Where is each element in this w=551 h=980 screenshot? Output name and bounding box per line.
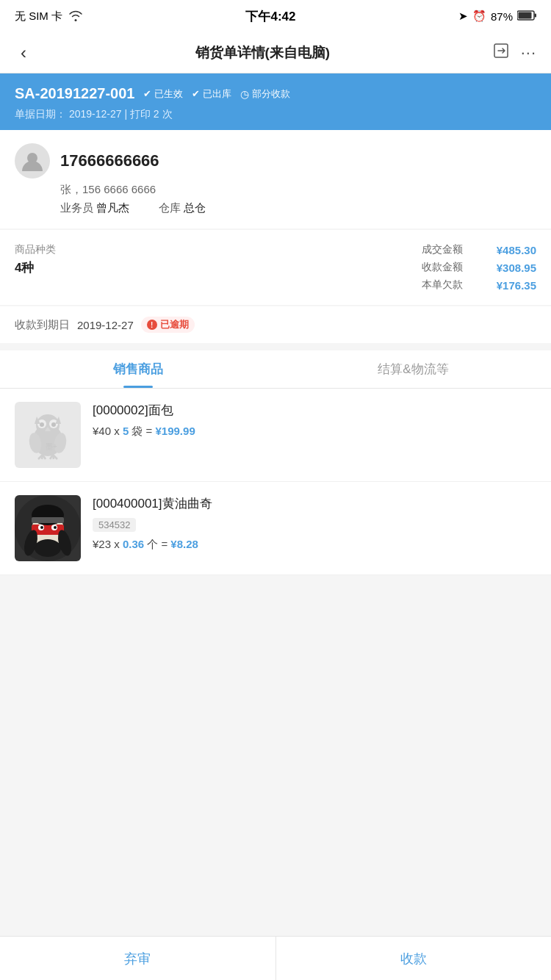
order-date-info: 单据日期： 2019-12-27 | 打印 2 次 bbox=[15, 108, 536, 121]
equals-1: = bbox=[146, 425, 156, 437]
svg-point-28 bbox=[40, 526, 43, 529]
due-label: 收款到期日 bbox=[15, 318, 70, 332]
type-label: 商品种类 bbox=[15, 243, 56, 256]
warehouse-label: 仓库 bbox=[159, 201, 181, 214]
salesperson-value: 曾凡杰 bbox=[96, 201, 129, 214]
wifi-icon bbox=[68, 10, 83, 24]
nav-actions: ··· bbox=[493, 43, 536, 62]
qty-2: 0.36 bbox=[123, 538, 144, 550]
salesperson-info: 业务员 曾凡杰 bbox=[60, 201, 129, 215]
svg-point-9 bbox=[40, 422, 44, 427]
bottom-actions: 弃审 收款 bbox=[0, 936, 551, 980]
due-date: 2019-12-27 bbox=[77, 319, 134, 331]
more-icon[interactable]: ··· bbox=[521, 43, 536, 62]
svg-point-29 bbox=[54, 526, 57, 529]
unit-1: 袋 bbox=[132, 425, 143, 437]
svg-point-10 bbox=[51, 422, 56, 427]
date-label: 单据日期： bbox=[15, 108, 66, 120]
amount-label: 成交金额 bbox=[422, 243, 463, 256]
sim-status: 无 SIM 卡 bbox=[15, 10, 62, 24]
product-info-2: [000400001]黄油曲奇 534532 ¥23 x 0.36 个 = ¥8… bbox=[93, 495, 536, 552]
product-info-1: [0000002]面包 ¥40 x 5 袋 = ¥199.99 bbox=[93, 402, 536, 439]
tabs-section: 销售商品 结算&物流等 bbox=[0, 350, 551, 389]
order-banner: SA-20191227-001 已生效 已出库 部分收款 单据日期： 2019-… bbox=[0, 73, 551, 130]
qty-1: 5 bbox=[123, 425, 129, 437]
price-unit-2: ¥23 bbox=[93, 538, 111, 550]
debt-label: 本单欠款 bbox=[422, 278, 463, 292]
customer-name-phone: 张，156 6666 6666 bbox=[60, 183, 536, 197]
debt-row: 本单欠款 ¥176.35 bbox=[422, 278, 536, 292]
total-1: ¥199.99 bbox=[156, 425, 195, 437]
collected-label: 收款金额 bbox=[422, 261, 463, 274]
battery-icon bbox=[517, 10, 536, 23]
multiply-sign-2: x bbox=[114, 538, 123, 550]
badge-partial: 部分收款 bbox=[240, 87, 290, 101]
products-section: 墨+ [0000002]面包 ¥40 x 5 袋 = ¥199.99 bbox=[0, 389, 551, 575]
order-date: 2019-12-27 bbox=[69, 108, 122, 120]
status-right: ➤ ⏰ 87% bbox=[458, 10, 536, 23]
tab-settlement-logistics[interactable]: 结算&物流等 bbox=[276, 350, 551, 388]
page-title: 销货单详情(来自电脑) bbox=[195, 43, 331, 62]
product-name-1: [0000002]面包 bbox=[93, 402, 536, 419]
print-suffix: 次 bbox=[162, 108, 173, 120]
badge-shipped: 已出库 bbox=[192, 87, 231, 101]
amount-row: 成交金额 ¥485.30 bbox=[422, 243, 536, 256]
svg-rect-1 bbox=[518, 12, 531, 18]
collected-row: 收款金额 ¥308.95 bbox=[422, 261, 536, 274]
product-type-stat: 商品种类 4种 bbox=[15, 243, 56, 276]
back-button[interactable]: ‹ bbox=[15, 37, 32, 69]
unit-2: 个 bbox=[147, 538, 158, 550]
order-id: SA-20191227-001 bbox=[15, 85, 134, 102]
amount-value: ¥485.30 bbox=[478, 244, 536, 256]
warehouse-value: 总仓 bbox=[184, 201, 206, 214]
collected-value: ¥308.95 bbox=[478, 262, 536, 274]
due-date-section: 收款到期日 2019-12-27 ! 已逾期 bbox=[0, 306, 551, 343]
location-icon: ➤ bbox=[458, 10, 468, 23]
status-bar: 无 SIM 卡 下午4:42 ➤ ⏰ 87% bbox=[0, 0, 551, 32]
cancel-review-button[interactable]: 弃审 bbox=[0, 937, 276, 980]
print-label: 打印 bbox=[130, 108, 151, 120]
svg-rect-2 bbox=[534, 13, 536, 17]
nav-bar: ‹ 销货单详情(来自电脑) ··· bbox=[0, 32, 551, 73]
product-image-2 bbox=[15, 495, 81, 561]
alarm-icon: ⏰ bbox=[472, 10, 486, 23]
multiply-sign-1: x bbox=[114, 425, 123, 437]
total-2: ¥8.28 bbox=[170, 538, 198, 550]
customer-avatar bbox=[15, 143, 50, 179]
customer-meta: 业务员 曾凡杰 仓库 总仓 bbox=[60, 201, 536, 215]
overdue-text: 已逾期 bbox=[160, 318, 189, 331]
print-count: 2 bbox=[154, 108, 159, 120]
print-separator: | bbox=[124, 108, 130, 120]
stats-section: 商品种类 4种 成交金额 ¥485.30 收款金额 ¥308.95 本单欠款 ¥… bbox=[0, 230, 551, 305]
share-icon[interactable] bbox=[493, 43, 509, 62]
collect-payment-button[interactable]: 收款 bbox=[276, 937, 552, 980]
tab-sales-products[interactable]: 销售商品 bbox=[0, 350, 276, 388]
battery-level: 87% bbox=[491, 10, 513, 23]
customer-phone: 17666666666 bbox=[60, 151, 159, 170]
status-time: 下午4:42 bbox=[245, 8, 295, 25]
customer-section: 17666666666 张，156 6666 6666 业务员 曾凡杰 仓库 总… bbox=[0, 130, 551, 228]
equals-2: = bbox=[161, 538, 170, 550]
warehouse-info: 仓库 总仓 bbox=[159, 201, 206, 215]
product-price-1: ¥40 x 5 袋 = ¥199.99 bbox=[93, 425, 536, 439]
svg-point-30 bbox=[35, 539, 61, 557]
salesperson-label: 业务员 bbox=[60, 201, 93, 214]
product-name-2: [000400001]黄油曲奇 bbox=[93, 495, 536, 512]
product-sku-2: 534532 bbox=[93, 518, 136, 532]
financial-stats: 成交金额 ¥485.30 收款金额 ¥308.95 本单欠款 ¥176.35 bbox=[422, 243, 536, 292]
svg-text:墨+: 墨+ bbox=[46, 442, 57, 450]
svg-rect-32 bbox=[32, 517, 64, 523]
type-count: 4种 bbox=[15, 259, 56, 276]
status-left: 无 SIM 卡 bbox=[15, 10, 83, 24]
product-item: 墨+ [0000002]面包 ¥40 x 5 袋 = ¥199.99 bbox=[0, 389, 551, 482]
debt-value: ¥176.35 bbox=[478, 279, 536, 292]
overdue-badge: ! 已逾期 bbox=[141, 317, 195, 333]
product-item: [000400001]黄油曲奇 534532 ¥23 x 0.36 个 = ¥8… bbox=[0, 482, 551, 575]
price-unit-1: ¥40 bbox=[93, 425, 111, 437]
overdue-dot-icon: ! bbox=[147, 320, 157, 330]
badge-effective: 已生效 bbox=[143, 87, 183, 101]
product-price-2: ¥23 x 0.36 个 = ¥8.28 bbox=[93, 538, 536, 552]
product-image-1: 墨+ bbox=[15, 402, 81, 468]
